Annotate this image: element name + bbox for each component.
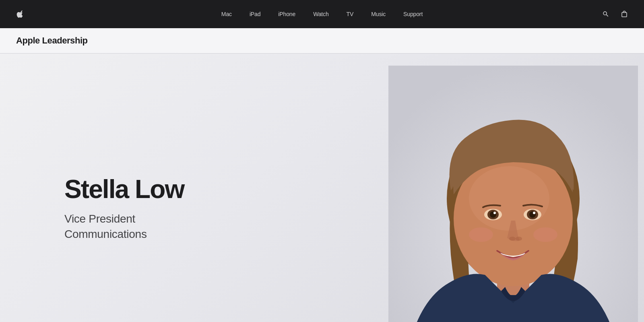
shopping-bag-icon: [621, 10, 628, 18]
nav-link-watch[interactable]: Watch: [304, 11, 337, 17]
svg-point-17: [516, 237, 522, 241]
nav-item-ipad[interactable]: iPad: [241, 10, 269, 18]
nav-links-list: Mac iPad iPhone Watch TV Music Support: [213, 10, 431, 18]
person-role-line1: Vice President: [64, 213, 135, 225]
portrait-area: [382, 54, 644, 322]
nav-item-watch[interactable]: Watch: [304, 10, 337, 18]
page-title: Apple Leadership: [16, 35, 628, 46]
svg-point-16: [509, 237, 516, 241]
nav-item-tv[interactable]: TV: [338, 10, 363, 18]
nav-item-iphone[interactable]: iPhone: [269, 10, 304, 18]
nav-link-iphone[interactable]: iPhone: [269, 11, 304, 17]
svg-point-15: [533, 212, 535, 214]
nav-link-music[interactable]: Music: [362, 11, 394, 17]
person-role-line2: Communications: [64, 228, 147, 240]
nav-item-mac[interactable]: Mac: [213, 10, 241, 18]
search-button[interactable]: [602, 10, 609, 18]
apple-logo-button[interactable]: [16, 10, 23, 18]
svg-point-7: [469, 166, 549, 231]
nav-icons-area: [602, 10, 628, 18]
person-name: Stella Low: [64, 175, 184, 203]
svg-point-19: [533, 227, 557, 242]
svg-point-11: [493, 212, 496, 214]
search-icon: [602, 10, 609, 18]
nav-item-support[interactable]: Support: [394, 10, 431, 18]
bag-button[interactable]: [621, 10, 628, 18]
main-content: Stella Low Vice President Communications: [0, 54, 644, 322]
person-info: Stella Low Vice President Communications: [0, 159, 184, 242]
nav-link-mac[interactable]: Mac: [213, 11, 241, 17]
page-header: Apple Leadership: [0, 28, 644, 54]
nav-link-tv[interactable]: TV: [338, 11, 363, 17]
main-nav: Mac iPad iPhone Watch TV Music Support: [0, 0, 644, 28]
nav-link-ipad[interactable]: iPad: [241, 11, 269, 17]
svg-point-18: [469, 227, 493, 242]
nav-link-support[interactable]: Support: [394, 11, 431, 17]
nav-logo-area: [16, 10, 23, 18]
nav-item-music[interactable]: Music: [362, 10, 394, 18]
person-portrait: [388, 66, 638, 322]
person-role: Vice President Communications: [64, 211, 184, 242]
apple-logo-icon: [16, 10, 23, 18]
